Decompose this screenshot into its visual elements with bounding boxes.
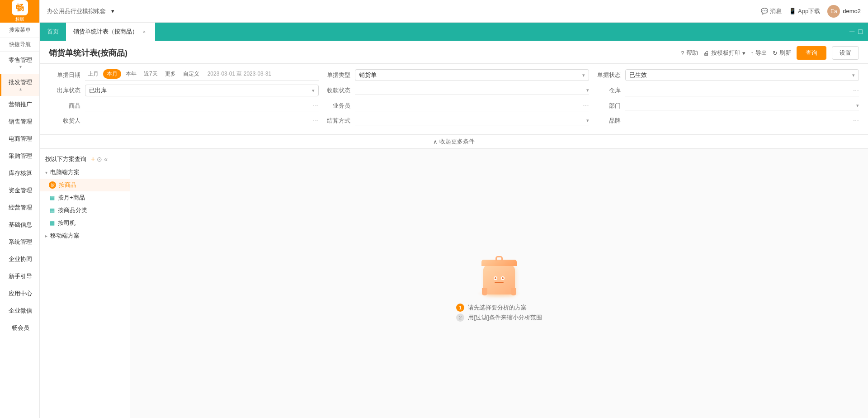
receiver-dots-icon[interactable]: ··· — [313, 116, 319, 124]
user-name: demo2 — [843, 8, 861, 14]
sidebar-item-system[interactable]: 系统管理 — [0, 233, 39, 251]
print-icon: 🖨 — [703, 50, 709, 57]
filter-payment-row: 结算方式 ▾ — [319, 116, 589, 125]
brand-label: 品牌 — [589, 117, 625, 125]
date-btn-more[interactable]: 更多 — [162, 69, 179, 79]
filter-brand-row: 品牌 ··· — [589, 115, 859, 126]
doctype-dropdown-icon[interactable]: ▾ — [582, 72, 585, 78]
sidebar-item-sales[interactable]: 销售管理 — [0, 113, 39, 130]
sidebar-item-label: 销售管理 — [9, 118, 32, 126]
salesman-dots-icon[interactable]: ··· — [583, 101, 589, 109]
sidebar-item-newbie[interactable]: 新手引导 — [0, 268, 39, 285]
brand-dots-icon[interactable]: ··· — [853, 116, 859, 124]
filter-warehouse-row: 仓库 ··· — [589, 85, 859, 96]
collapse-arrow-icon: ∧ — [433, 138, 438, 145]
query-button[interactable]: 查询 — [797, 46, 826, 60]
filter-doctype-row: 单据类型 销货单 ▾ — [319, 69, 589, 81]
warehouse-label: 仓库 — [589, 86, 625, 95]
sidebar-item-inventory[interactable]: 库存核算 — [0, 165, 39, 182]
receivestatus-label: 收款状态 — [319, 86, 355, 95]
topbar-message[interactable]: 💬 消息 — [761, 7, 782, 15]
active-scheme-icon: 按 — [49, 181, 56, 189]
tab-minimize-icon[interactable]: ─ — [849, 28, 854, 36]
tree-item-by-driver[interactable]: ▦ 按司机 — [40, 217, 130, 229]
date-btn-last-month[interactable]: 上月 — [85, 69, 101, 79]
sidebar-item-wechat[interactable]: 企业微信 — [0, 302, 39, 319]
date-btn-this-year[interactable]: 本年 — [123, 69, 139, 79]
sidebar-item-label: 经营管理 — [9, 204, 32, 212]
topbar-dropdown[interactable]: ▾ — [111, 8, 114, 14]
sidebar-item-label: 企业协同 — [9, 255, 32, 263]
sidebar-item-retail[interactable]: 零售管理 ▾ — [0, 52, 39, 74]
tab-home[interactable]: 首页 — [40, 23, 66, 41]
collapse-bar[interactable]: ∧ 收起更多条件 — [40, 135, 868, 149]
help-button[interactable]: ? 帮助 — [681, 49, 698, 57]
docstatus-dropdown-icon[interactable]: ▾ — [852, 72, 855, 78]
goods-dots-icon[interactable]: ··· — [313, 101, 319, 109]
tab-maximize-icon[interactable]: □ — [858, 28, 863, 36]
topbar-app-download[interactable]: 📱 App下载 — [789, 7, 820, 15]
warehouse-dots-icon[interactable]: ··· — [853, 86, 859, 95]
filter-area: 单据日期 上月 本月 本年 近7天 更多 自定义 2023-03-01 至 20… — [40, 64, 868, 135]
message-icon: 💬 — [761, 8, 768, 14]
sidebar-item-label: 采购管理 — [9, 152, 32, 160]
tab-sales-stats[interactable]: 销货单统计表（按商品） × — [66, 23, 155, 41]
sidebar-search[interactable]: 搜索菜单 — [0, 23, 39, 38]
sidebar-item-purchase[interactable]: 采购管理 — [0, 147, 39, 165]
export-button[interactable]: ↑ 导出 — [751, 49, 768, 57]
date-label: 单据日期 — [49, 71, 85, 79]
refresh-scheme-icon[interactable]: ⊙ — [97, 156, 102, 163]
topbar-title: 办公用品行业模拟账套 — [47, 7, 106, 15]
settings-button[interactable]: 设置 — [832, 46, 859, 60]
sidebar-item-member[interactable]: 畅会员 — [0, 319, 39, 337]
sidebar-item-collab[interactable]: 企业协同 — [0, 251, 39, 268]
left-panel-title: 按以下方案查询 — [45, 155, 86, 163]
sidebar-shortcut[interactable]: 快捷导航 — [0, 38, 39, 52]
date-btn-custom[interactable]: 自定义 — [180, 69, 202, 79]
sidebar-item-finance[interactable]: 资金管理 — [0, 182, 39, 199]
tree-item-by-goods[interactable]: 按 按商品 — [40, 179, 130, 191]
step-num-1: 1 — [456, 304, 464, 312]
sub-icon-2: ▦ — [49, 207, 55, 214]
sidebar-item-ecommerce[interactable]: 电商管理 — [0, 130, 39, 147]
export-icon: ↑ — [751, 50, 754, 57]
app-logo[interactable]: 畅 标版 — [0, 0, 39, 23]
filter-goods-row: 商品 ··· — [49, 100, 319, 111]
sub-icon-3: ▦ — [49, 220, 55, 226]
tree-group-mobile[interactable]: ▸ 移动端方案 — [40, 229, 130, 242]
sidebar-item-apps[interactable]: 应用中心 — [0, 285, 39, 302]
filter-outstatus-row: 出库状态 已出库 ▾ — [49, 85, 319, 96]
dept-dropdown-icon[interactable]: ▾ — [856, 103, 859, 109]
filter-receivestatus-row: 收款状态 ▾ — [319, 86, 589, 95]
step-2-text: 用[过滤]条件来缩小分析范围 — [468, 314, 542, 322]
tab-close-icon[interactable]: × — [141, 28, 148, 35]
export-label: 导出 — [755, 49, 767, 57]
topbar-user[interactable]: Ea demo2 — [827, 5, 861, 18]
collapse-panel-icon[interactable]: « — [104, 156, 108, 163]
expand-icon-retail: ▾ — [19, 64, 22, 69]
logo-subtitle: 标版 — [15, 16, 24, 23]
refresh-icon: ↻ — [773, 50, 778, 57]
doctype-value: 销货单 — [359, 71, 377, 79]
tree-item-by-month-goods[interactable]: ▦ 按月+商品 — [40, 191, 130, 204]
tree-group-pc[interactable]: ▾ 电脑端方案 — [40, 166, 130, 179]
date-btn-7days[interactable]: 近7天 — [141, 69, 160, 79]
sidebar-item-management[interactable]: 经营管理 — [0, 199, 39, 216]
outstatus-dropdown-icon[interactable]: ▾ — [312, 88, 315, 94]
add-scheme-icon[interactable]: + — [91, 155, 95, 163]
sidebar-item-basic[interactable]: 基础信息 — [0, 216, 39, 233]
sidebar-item-marketing[interactable]: 营销推广 — [0, 96, 39, 113]
date-btn-this-month[interactable]: 本月 — [103, 69, 121, 79]
refresh-button[interactable]: ↻ 刷新 — [773, 49, 791, 57]
outstatus-label: 出库状态 — [49, 86, 85, 95]
print-dropdown-icon: ▾ — [742, 50, 745, 57]
tree-item-by-category[interactable]: ▦ 按商品分类 — [40, 204, 130, 217]
tab-sales-label: 销货单统计表（按商品） — [73, 28, 138, 36]
tabs-actions: ─ □ — [849, 28, 868, 36]
sidebar-item-label: 应用中心 — [9, 290, 32, 298]
tree-arrow-mobile: ▸ — [45, 233, 47, 238]
sidebar-item-label: 基础信息 — [9, 221, 32, 229]
sidebar-item-wholesale[interactable]: 批发管理 ▴ — [0, 74, 39, 96]
print-button[interactable]: 🖨 按模板打印 ▾ — [703, 49, 745, 57]
tree-item-label: 按商品 — [59, 181, 76, 189]
